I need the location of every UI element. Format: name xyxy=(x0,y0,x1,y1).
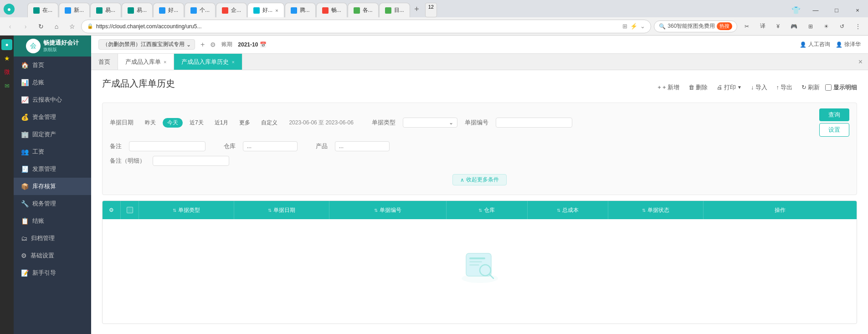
user-info[interactable]: 👤 徐泽华 xyxy=(836,41,861,48)
product-select[interactable]: ... xyxy=(335,141,390,151)
username-text: 徐泽华 xyxy=(844,41,861,48)
th-doc-type[interactable]: ⇅ 单据类型 xyxy=(139,201,234,219)
sort-icon-doc-date: ⇅ xyxy=(268,208,272,213)
date-yesterday-btn[interactable]: 昨天 xyxy=(141,118,160,128)
nav-item-settings[interactable]: ⚙ 基础设置 xyxy=(14,247,91,264)
minimize-button[interactable]: — xyxy=(805,3,826,17)
icon-sidebar-mail[interactable]: ✉ xyxy=(1,80,12,91)
nav-item-home[interactable]: 🏠 首页 xyxy=(14,57,91,74)
tab-4[interactable]: 易... xyxy=(122,3,153,17)
undo-btn[interactable]: ↺ xyxy=(836,22,848,31)
show-fields-checkbox[interactable] xyxy=(825,84,832,91)
tab-7[interactable]: 企... xyxy=(216,3,247,17)
scissor-btn[interactable]: ✂ xyxy=(741,22,753,31)
company-selector[interactable]: （勿删勿禁用）江西服宝测试专用 ⌄ xyxy=(98,39,195,50)
add-company-btn[interactable]: + xyxy=(200,41,205,49)
nav-item-inventory[interactable]: 📦 库存核算 xyxy=(14,178,91,195)
back-button[interactable]: ‹ xyxy=(4,20,16,33)
forward-button[interactable]: › xyxy=(19,20,32,33)
print-btn[interactable]: 🖨 打印 ▼ xyxy=(713,82,745,93)
remark-input[interactable] xyxy=(129,141,205,151)
nav-item-ledger[interactable]: 📊 总账 xyxy=(14,74,91,91)
date-7days-btn[interactable]: 近7天 xyxy=(185,118,208,128)
tab-11[interactable]: 各... xyxy=(348,3,379,17)
collapse-filter-btn[interactable]: ∧ 收起更多条件 xyxy=(452,174,507,185)
icon-sidebar-logo[interactable]: ● xyxy=(1,39,12,50)
th-total-cost[interactable]: ⇅ 总成本 xyxy=(528,201,608,219)
home-button[interactable]: ⌂ xyxy=(50,20,63,33)
tab-1[interactable]: 在... xyxy=(27,3,58,17)
tab-8[interactable]: 好... × xyxy=(247,3,284,17)
date-custom-btn[interactable]: 自定义 xyxy=(257,118,282,128)
date-month-btn[interactable]: 近1月 xyxy=(211,118,233,128)
period-label: 账期 xyxy=(221,41,232,48)
more-btn[interactable]: ⋮ xyxy=(852,22,864,31)
close-button[interactable]: × xyxy=(847,3,868,17)
translate-btn[interactable]: 译 xyxy=(756,21,769,31)
breadcrumb-tab-1[interactable]: 产成品入库单 × xyxy=(118,54,174,70)
setting-button[interactable]: 设置 xyxy=(819,123,849,137)
th-doc-no[interactable]: ⇅ 单据编号 xyxy=(329,201,447,219)
import-btn[interactable]: ↓ 导入 xyxy=(747,82,771,93)
nav-item-funds[interactable]: 💰 资金管理 xyxy=(14,108,91,126)
delete-btn[interactable]: 🗑 删除 xyxy=(685,82,711,93)
doc-no-input[interactable] xyxy=(496,118,572,128)
main-panel-close-btn[interactable]: × xyxy=(853,54,868,70)
search-box[interactable]: 🔍 360智能抠图免费用 热搜 xyxy=(654,21,737,32)
game-btn[interactable]: 🎮 xyxy=(787,22,801,31)
url-dropdown-icon[interactable]: ⌄ xyxy=(640,23,645,30)
nav-item-archive[interactable]: 🗂 归档管理 xyxy=(14,230,91,247)
company-settings-btn[interactable]: ⚙ xyxy=(210,41,216,48)
url-bar[interactable]: 🔒 https://cloud.chanjet.com/accounting/u… xyxy=(81,20,651,33)
weibo-icon: 微 xyxy=(4,68,10,76)
tab-close-8[interactable]: × xyxy=(275,8,278,13)
refresh-btn[interactable]: ↻ 刷新 xyxy=(798,82,823,93)
warehouse-select[interactable]: ... xyxy=(243,141,298,151)
doc-type-select[interactable]: ⌄ xyxy=(403,118,457,128)
tab-2[interactable]: 新... xyxy=(59,3,90,17)
tab-10[interactable]: 畅... xyxy=(316,3,347,17)
tab-5[interactable]: 好... xyxy=(153,3,184,17)
th-doc-date[interactable]: ⇅ 单据日期 xyxy=(234,201,329,219)
nav-item-invoice[interactable]: 🧾 发票管理 xyxy=(14,160,91,178)
ai-consult-btn[interactable]: 👤 人工咨询 xyxy=(800,41,830,48)
show-fields-toggle[interactable]: 显示明细 xyxy=(825,83,857,92)
th-warehouse[interactable]: ⇅ 仓库 xyxy=(447,201,527,219)
sun-btn[interactable]: ☀ xyxy=(820,22,832,31)
th-gear[interactable]: ⚙ xyxy=(103,201,121,219)
tab-6[interactable]: 个... xyxy=(185,3,216,17)
th-doc-status[interactable]: ⇅ 单据状态 xyxy=(608,201,704,219)
tab-12[interactable]: 目... xyxy=(379,3,410,17)
breadcrumb-home[interactable]: 首页 xyxy=(91,54,118,70)
tab-9[interactable]: 腾... xyxy=(285,3,316,17)
icon-sidebar-weibo[interactable]: 微 xyxy=(1,67,12,77)
nav-item-payroll[interactable]: 👥 工资 xyxy=(14,143,91,160)
date-today-btn[interactable]: 今天 xyxy=(163,118,183,128)
shirt-icon[interactable]: 👕 xyxy=(787,3,805,17)
breadcrumb-tab1-close[interactable]: × xyxy=(164,59,166,65)
refresh-button[interactable]: ↻ xyxy=(35,20,47,33)
add-btn[interactable]: + + 新增 xyxy=(654,82,683,93)
nav-item-reports[interactable]: 📈 云报表中心 xyxy=(14,91,91,108)
maximize-button[interactable]: □ xyxy=(826,3,847,17)
breadcrumb-tab-2[interactable]: 产成品入库单历史 × xyxy=(174,54,242,70)
select-all-checkbox[interactable] xyxy=(127,207,133,213)
icon-sidebar-star[interactable]: ★ xyxy=(1,53,12,64)
nav-item-guide[interactable]: 📝 新手引导 xyxy=(14,264,91,282)
tab-3[interactable]: 易... xyxy=(90,3,121,17)
ai-consult-text: 人工咨询 xyxy=(808,41,830,48)
yuan-btn[interactable]: ¥ xyxy=(773,22,783,31)
tab-favicon-3 xyxy=(96,7,103,14)
nav-item-close-period[interactable]: 📋 结账 xyxy=(14,212,91,230)
export-btn[interactable]: ↑ 导出 xyxy=(773,82,796,93)
date-more-btn[interactable]: 更多 xyxy=(235,118,254,128)
breadcrumb-tab2-close[interactable]: × xyxy=(231,59,234,65)
bookmark-button[interactable]: ☆ xyxy=(66,20,78,33)
th-checkbox[interactable] xyxy=(121,201,139,219)
nav-item-tax[interactable]: 🔧 税务管理 xyxy=(14,195,91,212)
grid-btn[interactable]: ⊞ xyxy=(805,22,817,31)
new-tab-button[interactable]: + xyxy=(411,3,423,15)
query-button[interactable]: 查询 xyxy=(819,108,849,121)
nav-item-assets[interactable]: 🏢 固定资产 xyxy=(14,126,91,143)
detail-remark-input[interactable] xyxy=(153,156,229,166)
